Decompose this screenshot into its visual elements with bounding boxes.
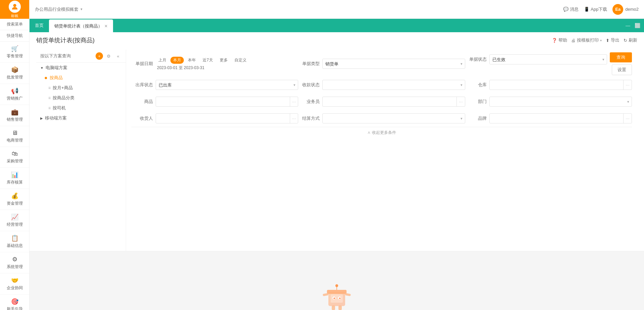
sidebar-item-sales[interactable]: 💼 销售管理	[0, 105, 29, 126]
filter-row-1: 单据日期 上月 本月 本年 近7天 更多 自定义	[131, 52, 632, 75]
warehouse-label: 仓库	[465, 82, 489, 88]
filter-row-4: 收货人 ··· 结算方式	[131, 111, 632, 125]
salesman-dots-button[interactable]: ···	[457, 97, 465, 106]
left-panel-header: 按以下方案查询 + ⚙ «	[36, 50, 126, 63]
sidebar-item-wholesale[interactable]: 📦 批发管理	[0, 63, 29, 84]
date-this-month[interactable]: 本月	[170, 57, 184, 64]
tree-item-by-goods[interactable]: ● 按商品	[36, 73, 126, 83]
tree-label-driver: 按司机	[53, 105, 66, 111]
sidebar-item-finance[interactable]: 💰 资金管理	[0, 189, 29, 210]
brand-dots-button[interactable]: ···	[623, 114, 632, 123]
date-controls: 上月 本月 本年 近7天 更多 自定义 2023-03-01 至 2023-03…	[156, 57, 298, 71]
export-label: 导出	[611, 37, 620, 43]
settlement-select[interactable]	[322, 113, 465, 123]
settlement-label: 结算方式	[298, 115, 322, 121]
settings-button[interactable]: 设置	[612, 64, 632, 75]
brand-input[interactable]	[490, 116, 624, 121]
date-last-month[interactable]: 上月	[156, 57, 169, 64]
payment-label: 收款状态	[298, 82, 322, 88]
app-download-action[interactable]: 📱 App下载	[584, 6, 607, 12]
filter-warehouse-field: 仓库 ···	[465, 78, 632, 92]
warehouse-dots-button[interactable]: ···	[623, 80, 632, 90]
sidebar-item-ecommerce-label: 电商管理	[7, 138, 23, 143]
left-panel: 按以下方案查询 + ⚙ «	[36, 50, 126, 251]
user-profile[interactable]: Ea demo2	[612, 4, 639, 15]
svg-point-7	[339, 298, 340, 299]
add-scheme-button[interactable]: +	[96, 52, 103, 60]
outstatus-select[interactable]: 已出库	[156, 80, 298, 90]
search-menu-label: 搜索菜单	[7, 22, 23, 27]
filter-doctype-field: 单据类型 销货单	[298, 52, 465, 75]
tree-item-by-driver[interactable]: ≡ 按司机	[36, 103, 126, 113]
date-this-year[interactable]: 本年	[185, 57, 199, 64]
filter-docstatus-row: 单据状态 已生效 查询 设置	[465, 52, 632, 75]
tab-close-icon[interactable]: ✕	[104, 24, 108, 29]
page-title: 销货单统计表(按商品)	[36, 36, 95, 44]
tree-arrow-mobile: ▶	[40, 116, 43, 120]
payment-select[interactable]	[322, 80, 465, 90]
help-button[interactable]: ❓ 帮助	[552, 37, 567, 43]
maximize-button[interactable]: ⬜	[633, 21, 641, 30]
salesman-input[interactable]	[323, 99, 457, 104]
tree-item-month-goods[interactable]: ≡ 按月+商品	[36, 83, 126, 93]
enterprise-icon: 🤝	[11, 277, 18, 284]
svg-point-0	[13, 4, 16, 7]
tab-home[interactable]: 首页	[30, 19, 49, 32]
goods-input[interactable]	[156, 99, 290, 104]
basic-icon: 📋	[11, 235, 18, 242]
tree-label-month-goods: 按月+商品	[53, 85, 73, 91]
export-button[interactable]: ⬆ 导出	[606, 37, 620, 43]
collapse-panel-button[interactable]: «	[114, 52, 122, 60]
refresh-button[interactable]: ↻ 刷新	[624, 37, 637, 43]
main-layout: 按以下方案查询 + ⚙ «	[36, 50, 637, 251]
wholesale-icon: 📦	[11, 66, 18, 73]
date-range-text: 2023-03-01 至 2023-03-31	[157, 65, 204, 71]
settings-scheme-button[interactable]: ⚙	[105, 52, 112, 60]
svg-point-9	[335, 284, 338, 287]
tree-item-goods-category[interactable]: ≡ 按商品分类	[36, 93, 126, 103]
sidebar-item-basic[interactable]: 📋 基础信息	[0, 231, 29, 252]
warehouse-input[interactable]	[490, 83, 624, 88]
app-download-icon: 📱	[584, 7, 589, 12]
docstatus-select[interactable]: 已生效	[489, 54, 607, 64]
sidebar-item-enterprise[interactable]: 🤝 企业协同	[0, 273, 29, 295]
print-button[interactable]: 🖨 按模板打印 ▾	[571, 37, 602, 43]
doctype-select[interactable]: 销货单	[322, 59, 465, 69]
tree-section-pc[interactable]: ▼ 电脑端方案	[36, 63, 126, 73]
sidebar-item-system[interactable]: ⚙ 系统管理	[0, 252, 29, 273]
sidebar-item-inventory[interactable]: 📊 库存核算	[0, 168, 29, 189]
message-label: 消息	[570, 6, 579, 12]
recipient-dots-button[interactable]: ···	[290, 114, 298, 123]
sidebar-item-retail[interactable]: 🛒 零售管理	[0, 42, 29, 63]
settings-icon: ⚙	[107, 54, 111, 59]
query-button[interactable]: 查询	[610, 52, 632, 62]
salesman-input-wrap: ···	[322, 97, 465, 107]
date-custom[interactable]: 自定义	[232, 57, 249, 64]
date-7days[interactable]: 近7天	[200, 57, 216, 64]
quick-nav[interactable]: 快捷导航	[0, 30, 29, 42]
sidebar-item-ecommerce[interactable]: 🖥 电商管理	[0, 126, 29, 147]
tab-sales-stats[interactable]: 销货单统计表（按商品） ✕	[49, 19, 113, 33]
goods-dots-button[interactable]: ···	[290, 97, 298, 106]
date-more[interactable]: 更多	[217, 57, 230, 64]
search-menu[interactable]: 搜索菜单	[0, 19, 29, 30]
filter-docstatus-field: 单据状态 已生效	[465, 52, 607, 66]
goods-category-icon: ≡	[48, 96, 51, 100]
tree-section-mobile[interactable]: ▶ 移动端方案	[36, 113, 126, 123]
sidebar-item-purchase-label: 采购管理	[7, 158, 23, 164]
filter-department-field: 部门	[465, 95, 632, 109]
svg-point-6	[333, 298, 335, 299]
message-action[interactable]: 💬 消息	[563, 6, 579, 12]
collapse-bar[interactable]: ∧ 收起更多条件	[131, 127, 632, 138]
sidebar-item-newbie[interactable]: 🎯 新手引导	[0, 295, 29, 310]
recipient-input[interactable]	[156, 116, 290, 121]
refresh-label: 刷新	[629, 37, 637, 43]
doctype-label: 单据类型	[298, 61, 322, 67]
tree-label-goods-category: 按商品分类	[53, 95, 74, 101]
minimize-button[interactable]: —	[624, 21, 632, 30]
logo-icon	[9, 1, 21, 13]
sidebar-item-operation[interactable]: 📈 经营管理	[0, 210, 29, 231]
sidebar-item-marketing[interactable]: 📢 营销推广	[0, 84, 29, 105]
sidebar-item-purchase[interactable]: 🛍 采购管理	[0, 147, 29, 168]
department-select[interactable]	[489, 97, 632, 107]
